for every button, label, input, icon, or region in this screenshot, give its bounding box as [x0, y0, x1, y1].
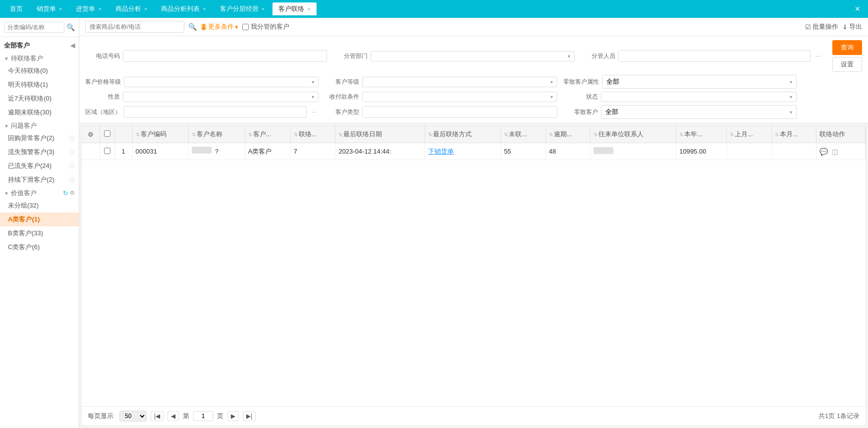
sidebar-item-ungrouped[interactable]: 未分组(32) [0, 199, 79, 213]
row-checkbox[interactable] [100, 143, 114, 160]
sidebar-item-a-class[interactable]: A类客户(1) [0, 213, 79, 226]
th-customer-type[interactable]: ⇅ 客户... [245, 126, 290, 143]
price-level-select[interactable]: ▾ [124, 77, 319, 87]
batch-operation-button[interactable]: ☑ 批量操作 [805, 22, 838, 31]
row-code: 000031 [132, 143, 189, 160]
filter-search-input[interactable] [85, 21, 184, 33]
all-customers-header[interactable]: 全部客户 ◀ [0, 37, 79, 52]
sidebar-item-overdue-contact[interactable]: 逾期未联络(30) [0, 106, 79, 119]
payment-select[interactable]: ▾ [362, 92, 558, 102]
nav-purchase-close[interactable]: × [98, 6, 101, 12]
sort-icon-nc: ⇅ [504, 132, 508, 137]
row-contacts-person [591, 143, 676, 160]
info-icon-declining[interactable]: ⓘ [69, 176, 75, 184]
info-icon-churn-warning[interactable]: ⓘ [69, 149, 75, 156]
info-icon-repurchase[interactable]: ⓘ [69, 135, 75, 142]
sidebar-item-churn-warning[interactable]: 流失预警客户(3) ⓘ [0, 145, 79, 159]
nav-customer-segment[interactable]: 客户分层经营 × [214, 2, 271, 15]
chat-action-icon[interactable]: 💬 [819, 148, 828, 156]
query-button[interactable]: 查询 [832, 40, 862, 55]
sidebar-item-tomorrow-pending[interactable]: 明天待联络(1) [0, 78, 79, 92]
person-dots[interactable]: ··· [814, 53, 822, 59]
nav-sales-close[interactable]: × [59, 6, 62, 12]
status-select[interactable]: ▾ [601, 92, 797, 102]
contacts-gray-block [594, 147, 613, 154]
th-contacts-person[interactable]: ⇅ 往来单位联系人 [591, 126, 676, 143]
nav-customer-segment-close[interactable]: × [262, 6, 265, 12]
th-name[interactable]: ⇅ 客户名称 [189, 126, 245, 143]
nav-sales[interactable]: 销货单 × [31, 2, 68, 15]
th-last-contact-method[interactable]: ⇅ 最后联络方式 [425, 126, 501, 143]
sidebar-search-input[interactable] [4, 22, 64, 33]
dept-select[interactable]: ▾ [371, 51, 575, 61]
person-input[interactable] [618, 50, 811, 62]
last-page-button[interactable]: ▶| [243, 411, 256, 421]
settings-icon-small[interactable]: ⚙ [70, 190, 75, 197]
group-value-customers[interactable]: ▼ 价值客户 ↻ ⚙ [0, 187, 79, 199]
sidebar-item-repurchase-anomaly[interactable]: 回购异常客户(2) ⓘ [0, 131, 79, 145]
nav-purchase[interactable]: 进货单 × [70, 2, 107, 15]
sidebar-item-today-pending[interactable]: 今天待联络(0) [0, 64, 79, 78]
next-page-button[interactable]: ▶ [227, 411, 239, 421]
group-problem-customers[interactable]: ▼ 问题客户 [0, 119, 79, 131]
first-page-button[interactable]: |◀ [151, 411, 163, 421]
sidebar-item-churned[interactable]: 已流失客户(24) ⓘ [0, 159, 79, 173]
nav-customer-contact-close[interactable]: × [307, 6, 310, 12]
nav-product-analysis-list[interactable]: 商品分析列表 × [155, 2, 212, 15]
export-button[interactable]: ⇓ 导出 [842, 22, 862, 31]
retail-attr-select[interactable]: 全部 ▾ [602, 75, 797, 89]
contact-method-link[interactable]: 下销货单 [428, 148, 454, 155]
filter-field-customer-type: 客户类型 [325, 106, 558, 118]
my-customers-filter[interactable]: 我分管的客户 [242, 22, 289, 31]
region-dots[interactable]: ··· [310, 108, 319, 115]
qrcode-action-icon[interactable]: ◫ [832, 148, 838, 156]
phone-input[interactable] [123, 50, 327, 62]
nav-customer-contact[interactable]: 客户联络 × [272, 2, 316, 15]
th-this-month[interactable]: ⇅ 本月... [771, 126, 816, 143]
per-page-select[interactable]: 50 100 200 [119, 411, 147, 422]
region-input[interactable] [124, 106, 307, 118]
prev-page-button[interactable]: ◀ [167, 411, 179, 421]
th-settings[interactable]: ⚙ [82, 126, 100, 143]
row-select-checkbox[interactable] [104, 148, 110, 154]
row-name: ？ [189, 143, 245, 160]
nav-product-analysis-list-close[interactable]: × [203, 6, 206, 12]
sidebar-item-c-class[interactable]: C类客户(6) [0, 240, 79, 254]
info-icon-churned[interactable]: ⓘ [69, 162, 75, 170]
settings-gear-icon[interactable]: ⚙ [88, 131, 94, 138]
group-pending-contact[interactable]: ▼ 待联络客户 [0, 52, 79, 64]
th-contact[interactable]: ⇅ 联络... [290, 126, 335, 143]
th-overdue[interactable]: ⇅ 逾期... [545, 126, 591, 143]
table-body: 1 000031 ？ A类客户 7 2023-04-12 14:44: 下销货单… [82, 143, 866, 160]
select-all-checkbox[interactable] [104, 130, 110, 137]
nav-home[interactable]: 首页 [4, 2, 29, 15]
nature-select[interactable]: ▾ [123, 92, 319, 102]
filter-search-button[interactable]: 🔍 [188, 23, 197, 31]
filter-more-conditions[interactable]: ⛇ 更多条件 ▾ [201, 22, 238, 31]
th-not-contacted[interactable]: ⇅ 未联... [501, 126, 546, 143]
customer-level-select[interactable]: ▾ [362, 77, 558, 87]
settings-button[interactable]: 设置 [832, 57, 862, 72]
page-number-input[interactable] [193, 411, 213, 421]
row-num: 1 [114, 143, 132, 160]
filter-field-price-level: 客户价格等级 ▾ [85, 77, 319, 87]
my-customers-checkbox[interactable] [242, 24, 249, 30]
nav-product-analysis-close[interactable]: × [144, 6, 147, 12]
sidebar-item-7days-pending[interactable]: 近7天待联络(0) [0, 92, 79, 106]
sidebar-item-b-class[interactable]: B类客户(33) [0, 226, 79, 240]
th-last-month[interactable]: ⇅ 上月... [727, 126, 772, 143]
th-last-contact-date[interactable]: ⇅ 最后联络日期 [335, 126, 425, 143]
th-code[interactable]: ⇅ 客户编码 [132, 126, 189, 143]
sidebar-item-declining[interactable]: 持续下滑客户(2) ⓘ [0, 173, 79, 187]
retail-customer-select[interactable]: 全部 ▾ [601, 105, 797, 119]
window-close-button[interactable]: × [851, 4, 864, 14]
refresh-icon[interactable]: ↻ [63, 190, 68, 197]
row-last-contact-method[interactable]: 下销货单 [425, 143, 501, 160]
nav-product-analysis[interactable]: 商品分析 × [109, 2, 153, 15]
th-this-year[interactable]: ⇅ 本年... [676, 126, 727, 143]
customer-type-input[interactable] [362, 106, 558, 118]
sidebar-collapse-btn[interactable]: ◀ [70, 42, 75, 49]
th-checkbox[interactable] [100, 126, 114, 143]
filter-field-dept: 分管部门 ▾ [333, 51, 575, 61]
sidebar-search-icon[interactable]: 🔍 [66, 23, 75, 31]
